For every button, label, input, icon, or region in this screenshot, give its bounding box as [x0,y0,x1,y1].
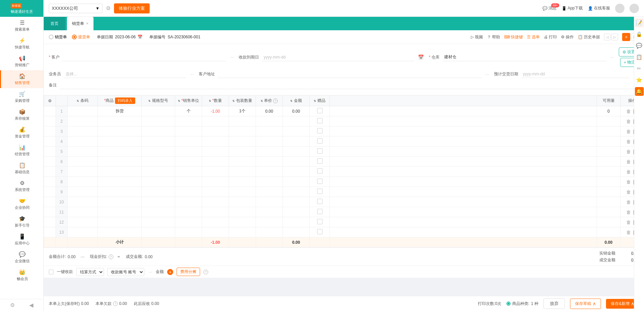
sidebar-item-enterprise[interactable]: 🤝 企业协同 [0,195,43,213]
row-qty[interactable] [202,157,229,167]
right-panel-icon-7[interactable]: 🔔 [635,87,644,96]
row-unit[interactable] [175,157,202,167]
delete-icon[interactable]: 🗑 [626,119,631,124]
row-gift-1[interactable] [310,106,330,116]
row-unit[interactable] [175,207,202,217]
row-price[interactable] [256,126,283,137]
row-gift[interactable] [310,207,330,217]
video-btn[interactable]: ▷ 视频 [471,34,483,40]
trial-button[interactable]: 体验行业方案 [114,3,150,13]
delete-icon[interactable]: 🗑 [626,159,631,164]
right-panel-icon-4[interactable]: 📋 [635,53,644,62]
row-spec[interactable] [142,207,175,217]
row-goods[interactable] [98,116,142,126]
row-barcode[interactable] [68,167,98,177]
delete-icon-1[interactable]: 🗑 [626,109,631,114]
discard-button[interactable]: 放弃 [543,298,565,309]
message-button[interactable]: 💬 消息 99+ [542,5,557,11]
row-pkg[interactable] [229,137,256,147]
sidebar-item-management[interactable]: 📊 经营管理 [0,142,43,159]
row-qty[interactable] [202,207,229,217]
gift-checkbox[interactable] [317,209,323,214]
row-pkg[interactable] [229,116,256,126]
sidebar-item-member[interactable]: 👑 畅会员 [0,266,43,284]
row-amount-1[interactable]: 0.00 [283,106,310,116]
expense-help-icon[interactable]: ? [203,270,208,274]
row-gift[interactable] [310,197,330,207]
topbar-gear-icon[interactable]: ⚙ [106,5,111,11]
row-goods[interactable] [98,137,142,147]
row-amount[interactable] [283,217,310,227]
row-barcode[interactable] [68,217,98,227]
row-unit[interactable] [175,167,202,177]
row-gift[interactable] [310,137,330,147]
row-unit[interactable] [175,137,202,147]
gift-checkbox[interactable] [317,168,323,174]
row-price[interactable] [256,227,283,237]
row-pkg[interactable] [229,157,256,167]
row-unit[interactable] [175,217,202,227]
row-gift[interactable] [310,227,330,237]
right-panel-icon-6[interactable]: ⭐ [635,76,644,84]
sidebar-item-purchase[interactable]: 🛒 采购管理 [0,88,43,106]
online-service-button[interactable]: 👤 在线客服 [588,5,610,11]
sidebar-item-wechat[interactable]: 💬 企业微信 [0,248,43,266]
right-panel-icon-3[interactable]: 💬 [635,41,644,50]
row-amount[interactable] [283,227,310,237]
customer-addr-input[interactable] [218,70,481,78]
row-goods[interactable] [98,147,142,157]
row-amount[interactable] [283,147,310,157]
tab-home[interactable]: 首页 [44,17,65,30]
row-barcode[interactable] [68,147,98,157]
row-amount[interactable] [283,126,310,137]
row-unit[interactable] [175,177,202,187]
sidebar-item-system[interactable]: ⚙ 系统管理 [0,177,43,195]
salesman-input[interactable] [64,70,186,78]
row-spec[interactable] [142,197,175,207]
th-config[interactable]: ⚙ [44,95,56,106]
delete-icon[interactable]: 🗑 [626,149,631,154]
save-draft-button[interactable]: 保存草稿 ∧ [570,299,601,309]
row-qty[interactable] [202,147,229,157]
row-barcode[interactable] [68,157,98,167]
row-spec[interactable] [142,187,175,197]
right-panel-icon-1[interactable]: 📝 [635,18,644,27]
due-date-input[interactable] [262,53,414,61]
add-payment-button[interactable]: + [167,269,173,275]
row-unit-1[interactable]: 个 [175,106,202,116]
row-barcode-1[interactable] [68,106,98,116]
help-btn[interactable]: ？ 帮助 [487,34,500,40]
row-spec[interactable] [142,137,175,147]
gift-checkbox[interactable] [317,219,323,224]
row-qty[interactable] [202,227,229,237]
row-gift[interactable] [310,147,330,157]
sidebar-item-search[interactable]: ☰ 搜索菜单 [0,17,43,35]
warehouse-dots[interactable]: ··· [610,55,614,60]
row-unit[interactable] [175,227,202,237]
account-dots[interactable]: ··· [149,270,152,274]
row-pkg[interactable] [229,167,256,177]
gift-checkbox[interactable] [317,128,323,133]
gift-checkbox[interactable] [317,189,323,194]
row-price[interactable] [256,217,283,227]
gift-checkbox[interactable] [317,148,323,154]
salesman-dots[interactable]: ··· [190,72,194,77]
sidebar-item-guide[interactable]: 🎓 新手引导 [0,213,43,231]
delete-icon[interactable]: 🗑 [626,139,631,144]
delete-icon[interactable]: 🗑 [626,220,631,225]
sidebar-item-sales[interactable]: 🏠 销售管理 [0,70,43,88]
row-barcode[interactable] [68,187,98,197]
tab-close-icon[interactable]: × [86,21,88,26]
row-barcode[interactable] [68,227,98,237]
row-qty[interactable] [202,187,229,197]
row-amount[interactable] [283,187,310,197]
row-qty[interactable] [202,217,229,227]
row-gift[interactable] [310,167,330,177]
prev-arrow[interactable]: ◁ [604,34,611,40]
row-unit[interactable] [175,187,202,197]
row-price[interactable] [256,187,283,197]
row-amount[interactable] [283,157,310,167]
operate-btn[interactable]: ⚙ 操作 [561,34,574,40]
sidebar-item-marketing[interactable]: 📢 营销推广 [0,52,43,70]
row-qty[interactable] [202,167,229,177]
